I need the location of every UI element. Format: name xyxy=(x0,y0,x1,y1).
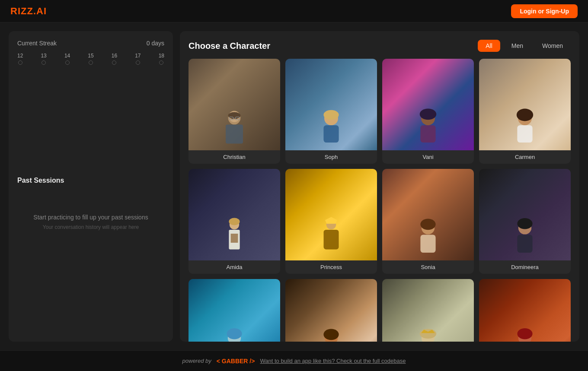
character-name: Vani xyxy=(382,150,474,164)
character-card-huntress[interactable]: Huntress xyxy=(479,279,571,342)
character-grid: Christian Soph Vani xyxy=(189,59,571,342)
streak-circle xyxy=(18,60,22,65)
past-sessions-empty: Start practicing to fill up your past se… xyxy=(33,214,148,221)
character-card-goddess-aphrodite[interactable]: Goddess Aphrodite xyxy=(382,279,474,342)
character-avatar xyxy=(382,169,474,260)
svg-rect-28 xyxy=(517,235,532,253)
streak-day-number: 14 xyxy=(64,53,70,59)
character-card-princess[interactable]: Princess xyxy=(285,169,377,274)
svg-point-30 xyxy=(227,328,242,339)
streak-value: 0 days xyxy=(147,40,164,47)
character-avatar xyxy=(285,169,377,260)
character-card-christian[interactable]: Christian xyxy=(189,59,280,164)
svg-point-8 xyxy=(323,110,339,120)
character-name: Sonia xyxy=(382,260,474,274)
svg-point-24 xyxy=(420,219,435,230)
streak-circle xyxy=(136,60,140,65)
character-card-stacy[interactable]: Stacy xyxy=(189,279,280,342)
streak-circle xyxy=(159,60,163,65)
streak-day-number: 17 xyxy=(135,53,141,59)
character-image-cassy xyxy=(285,279,377,342)
main-layout: Current Streak 0 days 12 13 14 15 16 17 … xyxy=(0,22,588,350)
svg-point-36 xyxy=(420,329,436,339)
character-card-domineera[interactable]: Domineera xyxy=(479,169,571,274)
streak-day: 15 xyxy=(88,53,93,65)
svg-point-11 xyxy=(420,109,436,120)
header: RIZZ.AI Login or Sign-Up xyxy=(0,0,588,22)
streak-day: 13 xyxy=(41,53,46,65)
character-card-soph[interactable]: Soph xyxy=(285,59,377,164)
svg-rect-12 xyxy=(420,125,435,143)
character-avatar xyxy=(189,279,280,342)
character-avatar xyxy=(285,279,377,342)
character-name: Christian xyxy=(189,150,280,164)
past-sessions-sub: Your conversation history will appear he… xyxy=(43,224,139,230)
character-image-goddess-aphrodite xyxy=(382,279,474,342)
character-avatar xyxy=(285,59,377,150)
streak-circle xyxy=(42,60,46,65)
streak-circle xyxy=(65,60,70,65)
streak-day-number: 12 xyxy=(17,53,23,59)
svg-point-40 xyxy=(517,328,532,339)
character-card-sonia[interactable]: Sonia xyxy=(382,169,474,274)
character-card-amida[interactable]: Amida xyxy=(189,169,280,274)
streak-day: 18 xyxy=(159,53,164,65)
streak-day: 14 xyxy=(64,53,70,65)
svg-point-3 xyxy=(228,112,241,119)
svg-rect-15 xyxy=(517,125,532,143)
character-name: Domineera xyxy=(479,260,571,274)
streak-day-number: 13 xyxy=(41,53,46,59)
past-sessions-title: Past Sessions xyxy=(17,177,64,184)
character-image-soph xyxy=(285,59,377,150)
character-image-vani xyxy=(382,59,474,150)
past-sessions-section: Past Sessions Start practicing to fill u… xyxy=(17,73,164,333)
footer: powered by < GABBER /> Want to build an … xyxy=(0,350,588,371)
character-title: Choose a Character xyxy=(189,41,270,51)
filter-tab-all[interactable]: All xyxy=(478,40,500,52)
character-avatar xyxy=(479,169,571,260)
character-card-vani[interactable]: Vani xyxy=(382,59,474,164)
character-name: Carmen xyxy=(479,150,571,164)
character-image-princess xyxy=(285,169,377,260)
streak-circle xyxy=(112,60,116,65)
streak-day: 16 xyxy=(112,53,117,65)
character-image-domineera xyxy=(479,169,571,260)
svg-rect-25 xyxy=(420,235,435,253)
character-name: Soph xyxy=(285,150,377,164)
streak-day-number: 18 xyxy=(159,53,164,59)
footer-powered-text: powered by xyxy=(182,358,211,364)
character-image-huntress xyxy=(479,279,571,342)
character-avatar xyxy=(189,59,280,150)
character-avatar xyxy=(382,59,474,150)
svg-rect-9 xyxy=(323,125,339,143)
character-image-amida xyxy=(189,169,280,260)
streak-header: Current Streak 0 days xyxy=(17,40,164,47)
svg-marker-21 xyxy=(325,217,337,224)
sidebar: Current Streak 0 days 12 13 14 15 16 17 … xyxy=(9,31,173,342)
character-section: Choose a Character AllMenWomen Christian xyxy=(180,31,579,342)
login-button[interactable]: Login or Sign-Up xyxy=(511,4,578,18)
logo: RIZZ.AI xyxy=(10,6,47,17)
svg-rect-1 xyxy=(226,124,243,143)
filter-tabs: AllMenWomen xyxy=(478,40,571,52)
svg-point-17 xyxy=(229,218,240,225)
streak-section: Current Streak 0 days 12 13 14 15 16 17 … xyxy=(17,40,164,67)
character-image-christian xyxy=(189,59,280,150)
character-image-sonia xyxy=(382,169,474,260)
svg-point-33 xyxy=(323,329,339,340)
svg-point-14 xyxy=(517,109,533,121)
character-image-stacy xyxy=(189,279,280,342)
character-avatar xyxy=(479,59,571,150)
filter-tab-men[interactable]: Men xyxy=(504,40,531,52)
character-image-carmen xyxy=(479,59,571,150)
streak-days: 12 13 14 15 16 17 18 xyxy=(17,51,164,67)
character-avatar xyxy=(189,169,280,260)
streak-day-number: 16 xyxy=(112,53,117,59)
character-card-carmen[interactable]: Carmen xyxy=(479,59,571,164)
filter-tab-women[interactable]: Women xyxy=(534,40,571,52)
character-card-cassy[interactable]: Cassy xyxy=(285,279,377,342)
streak-day-number: 15 xyxy=(88,53,93,59)
streak-day: 17 xyxy=(135,53,141,65)
svg-point-27 xyxy=(517,218,532,229)
footer-link[interactable]: Want to build an app like this? Check ou… xyxy=(260,358,406,364)
